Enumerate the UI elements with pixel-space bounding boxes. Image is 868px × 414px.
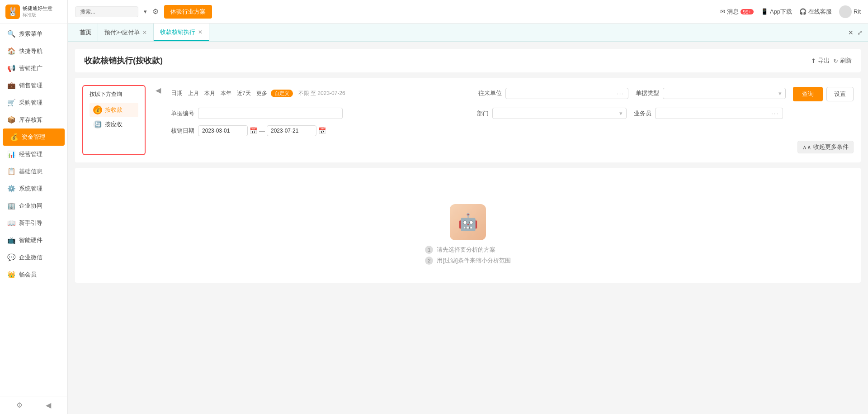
hint-num-1: 1 (425, 246, 433, 254)
query-button[interactable]: 查询 (793, 87, 823, 101)
inventory-icon: 📦 (7, 116, 15, 124)
basic-icon: 📋 (7, 167, 15, 176)
dept-dropdown[interactable]: ▾ (492, 108, 627, 119)
bill-type-arrow-icon: ▾ (778, 90, 782, 97)
header-dropdown-icon[interactable]: ▾ (144, 8, 147, 15)
bill-no-input[interactable] (198, 108, 343, 119)
bill-type-dropdown[interactable]: ▾ (663, 88, 786, 99)
counterparty-select-dots[interactable]: ··· (617, 90, 624, 97)
finance-icon: 💰 (10, 133, 18, 141)
writeoff-start-cal-icon[interactable]: 📅 (250, 127, 257, 134)
date-btn-this-year[interactable]: 本年 (219, 89, 233, 98)
collapse-filter-btn[interactable]: ◀ (153, 85, 164, 155)
export-btn[interactable]: ⬆ 导出 (811, 57, 830, 65)
top-header: ▾ ⚙ 体验行业方案 ✉ 消息 99+ 📱 App下载 🎧 在线客服 Rit (68, 0, 868, 24)
tab-close-prepay[interactable]: ✕ (142, 29, 147, 36)
tab-close-all-icon[interactable]: ✕ (848, 29, 854, 36)
page-content: 收款核销执行(按收款) ⬆ 导出 ↻ 刷新 按以下方查询 💰 (68, 42, 868, 414)
sidebar-item-quicknav[interactable]: 🏠 快捷导航 (0, 43, 67, 60)
filter-right-fields: 日期 上月 本月 本年 近7天 更多 自定义 不限 至 2023-07-26 (171, 85, 854, 155)
writeoff-end-cal-icon[interactable]: 📅 (318, 127, 326, 134)
date-custom-badge[interactable]: 自定义 (271, 90, 293, 97)
home-icon: 🏠 (7, 47, 15, 55)
sidebar-item-sales[interactable]: 💼 销售管理 (0, 77, 67, 94)
sidebar-nav: 🔍 搜索菜单 🏠 快捷导航 📢 营销推广 💼 销售管理 🛒 采购管理 📦 库存核… (0, 24, 67, 396)
search-icon: 🔍 (7, 30, 15, 38)
sidebar-item-hardware[interactable]: 📺 智能硬件 (0, 232, 67, 249)
empty-state: 🤖 1 请先选择要分析的方案 2 用[过滤]条件来缩小分析范围 (75, 168, 861, 283)
setting-button[interactable]: 设置 (826, 87, 854, 101)
system-icon: ⚙️ (7, 185, 15, 193)
app-download-action[interactable]: 📱 App下载 (761, 8, 792, 16)
industry-btn[interactable]: 体验行业方案 (164, 5, 212, 19)
date-label: 日期 (171, 89, 183, 97)
operation-icon: 📊 (7, 150, 15, 158)
message-action[interactable]: ✉ 消息 99+ (720, 8, 754, 16)
date-btn-last-month[interactable]: 上月 (186, 89, 201, 98)
filter-row-1: 日期 上月 本月 本年 近7天 更多 自定义 不限 至 2023-07-26 (171, 85, 854, 101)
chevron-up-icon: ∧∧ (802, 144, 811, 151)
receipt-option-icon: 💰 (93, 105, 102, 114)
sidebar-item-basic[interactable]: 📋 基础信息 (0, 163, 67, 180)
date-shortcuts: 上月 本月 本年 近7天 更多 自定义 (186, 89, 293, 98)
date-btn-more[interactable]: 更多 (255, 89, 269, 98)
online-service-action[interactable]: 🎧 在线客服 (799, 8, 832, 16)
member-icon: 👑 (7, 271, 15, 279)
user-name-label: Rit (854, 8, 861, 15)
page-title: 收款核销执行(按收款) (84, 55, 163, 66)
tab-close-receipt-writeoff[interactable]: ✕ (198, 29, 203, 35)
counterparty-label: 往来单位 (478, 89, 502, 97)
sidebar-item-wechat[interactable]: 💬 企业微信 (0, 249, 67, 266)
sidebar-item-enterprise[interactable]: 🏢 企业协同 (0, 197, 67, 214)
sidebar-item-system[interactable]: ⚙️ 系统管理 (0, 180, 67, 197)
filter-left-panel: 按以下方查询 💰 按收款 🔄 按应收 (82, 85, 146, 155)
empty-robot-img: 🤖 (450, 204, 486, 240)
salesperson-field[interactable]: ··· (655, 108, 783, 119)
tab-maximize-icon[interactable]: ⤢ (857, 29, 863, 36)
collapse-sidebar-btn[interactable]: ◀ (46, 401, 51, 409)
tab-prepay[interactable]: 预付冲应付单 ✕ (98, 24, 154, 41)
counterparty-select[interactable]: ··· (505, 88, 628, 99)
filter-container: 按以下方查询 💰 按收款 🔄 按应收 ◀ (75, 78, 861, 162)
bill-type-label: 单据类型 (636, 89, 659, 97)
more-conditions-btn[interactable]: ∧∧ 收起更多条件 (797, 141, 854, 153)
sidebar-bottom: ⚙ ◀ (0, 396, 67, 414)
gear-icon[interactable]: ⚙ (152, 7, 159, 16)
tab-receipt-writeoff[interactable]: 收款核销执行 ✕ (154, 24, 209, 41)
writeoff-date-range: 📅 — 📅 (198, 125, 326, 136)
date-btn-7days[interactable]: 近7天 (235, 89, 253, 98)
writeoff-date-end-input[interactable] (267, 125, 316, 136)
logo-sub: 标准版 (23, 12, 52, 18)
filter-option-receivable[interactable]: 🔄 按应收 (90, 117, 138, 132)
user-name-area[interactable]: Rit (839, 5, 861, 18)
sidebar-item-operation[interactable]: 📊 经营管理 (0, 146, 67, 163)
header-search-input[interactable] (75, 6, 138, 17)
tab-bar: 首页 预付冲应付单 ✕ 收款核销执行 ✕ ✕ ⤢ (68, 24, 868, 42)
service-icon: 🎧 (799, 8, 807, 15)
sidebar-item-marketing[interactable]: 📢 营销推广 (0, 60, 67, 77)
logo-name: 畅捷通好生意 (23, 5, 52, 11)
filter-actions: 查询 设置 (793, 85, 854, 101)
sidebar-item-member[interactable]: 👑 畅会员 (0, 266, 67, 283)
guide-icon: 📖 (7, 219, 15, 227)
page-title-bar: 收款核销执行(按收款) ⬆ 导出 ↻ 刷新 (75, 49, 861, 72)
empty-hint-1: 1 请先选择要分析的方案 (425, 246, 510, 254)
sidebar-item-guide[interactable]: 📖 新手引导 (0, 214, 67, 232)
filter-option-receipt[interactable]: 💰 按收款 (90, 103, 138, 117)
settings-bottom-icon[interactable]: ⚙ (16, 401, 23, 409)
hint-num-2: 2 (425, 257, 433, 265)
date-unlimited-text: 不限 至 2023-07-26 (298, 90, 345, 97)
receivable-option-icon: 🔄 (93, 120, 102, 129)
filter-row-2: 单据编号 部门 ▾ 业务员 (171, 108, 854, 119)
sidebar-item-finance[interactable]: 💰 资金管理 (3, 128, 65, 146)
message-badge: 99+ (741, 9, 754, 14)
tab-home[interactable]: 首页 (73, 24, 98, 41)
sidebar-item-inventory[interactable]: 📦 库存核算 (0, 111, 67, 128)
refresh-btn[interactable]: ↻ 刷新 (833, 57, 852, 65)
writeoff-date-start-input[interactable] (198, 125, 248, 136)
sidebar-item-search[interactable]: 🔍 搜索菜单 (0, 25, 67, 43)
date-btn-this-month[interactable]: 本月 (203, 89, 217, 98)
avatar (839, 5, 852, 18)
sidebar-item-purchase[interactable]: 🛒 采购管理 (0, 94, 67, 111)
main-area: ▾ ⚙ 体验行业方案 ✉ 消息 99+ 📱 App下载 🎧 在线客服 Rit (68, 0, 868, 414)
